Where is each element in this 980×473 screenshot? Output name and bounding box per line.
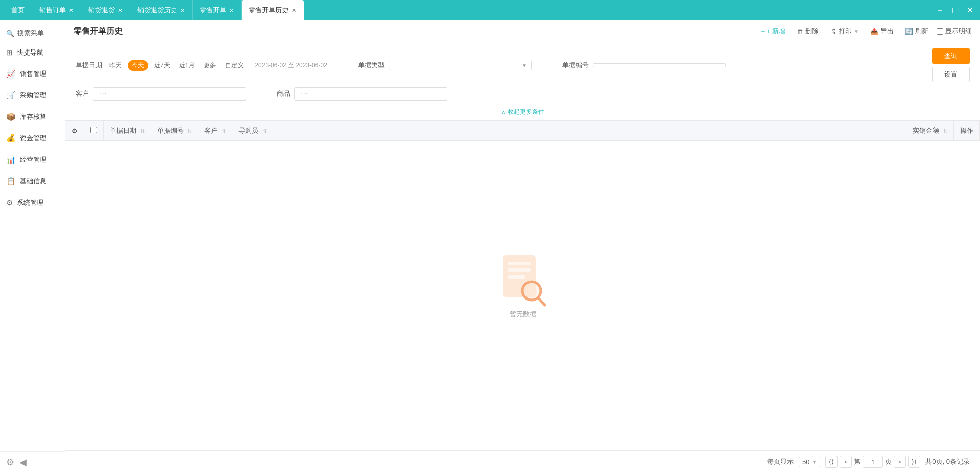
inventory-icon: 📦 xyxy=(6,112,16,121)
minimize-btn[interactable]: － xyxy=(933,4,946,16)
export-icon: 📤 xyxy=(870,28,878,35)
select-all-checkbox[interactable] xyxy=(90,127,97,133)
prev-page-btn[interactable]: ＜ xyxy=(840,456,852,468)
number-input[interactable] xyxy=(593,63,726,67)
page-size-select[interactable]: 50 ▼ xyxy=(799,457,820,467)
tab-close-retail-history[interactable]: ✕ xyxy=(292,7,296,14)
quick-nav-icon: ⊞ xyxy=(6,48,13,57)
date-options: 昨天 今天 近7天 近1月 更多 自定义 xyxy=(106,60,247,71)
pagination-bar: 每页显示 50 ▼ ⟨⟨ ＜ 第 页 ＞ ⟩⟩ 共0页, 0条记录 xyxy=(65,450,980,473)
date-option-7days[interactable]: 近7天 xyxy=(151,60,173,71)
search-icon: 🔍 xyxy=(6,30,14,37)
tab-close-retail-open[interactable]: ✕ xyxy=(229,7,234,14)
main-layout: 🔍 搜索采单 ⊞ 快捷导航 📈 销售管理 🛒 采购管理 📦 库存核算 💰 资金管… xyxy=(0,20,980,473)
filter-row-2: 客户 ··· 商品 ··· xyxy=(76,87,970,101)
last-page-btn[interactable]: ⟩⟩ xyxy=(908,456,920,468)
goods-input[interactable]: ··· xyxy=(294,87,447,101)
page-size-arrow: ▼ xyxy=(811,459,817,465)
sidebar-item-finance[interactable]: 💰 资金管理 xyxy=(0,128,65,149)
th-spacer xyxy=(273,121,906,141)
svg-rect-3 xyxy=(508,275,525,279)
sort-date-icon: ⇅ xyxy=(140,128,145,134)
tab-close-sales-return[interactable]: ✕ xyxy=(118,7,123,14)
first-page-btn[interactable]: ⟨⟨ xyxy=(825,456,838,468)
finance-icon: 💰 xyxy=(6,134,16,143)
gear-icon[interactable]: ⚙ xyxy=(6,457,14,468)
date-option-yesterday[interactable]: 昨天 xyxy=(106,60,125,71)
print-button[interactable]: 🖨 打印 ▼ xyxy=(827,24,862,38)
date-option-more[interactable]: 更多 xyxy=(201,60,219,71)
type-select[interactable]: ▼ xyxy=(389,61,532,70)
tab-retail-open[interactable]: 零售开单 ✕ xyxy=(193,0,242,20)
add-icon: ＋ xyxy=(760,27,767,36)
th-number[interactable]: 单据编号 ⇅ xyxy=(151,121,198,141)
th-settings[interactable]: ⚙ xyxy=(65,121,84,141)
sort-guide-icon: ⇅ xyxy=(262,128,267,134)
delete-button[interactable]: 🗑 删除 xyxy=(794,24,822,38)
table-header-row: ⚙ 单据日期 ⇅ 单据编号 ⇅ xyxy=(65,121,980,141)
operations-icon: 📊 xyxy=(6,155,16,164)
setting-button[interactable]: 设置 xyxy=(932,67,970,82)
sidebar: 🔍 搜索采单 ⊞ 快捷导航 📈 销售管理 🛒 采购管理 📦 库存核算 💰 资金管… xyxy=(0,20,65,473)
sidebar-item-operations[interactable]: 📊 经营管理 xyxy=(0,149,65,170)
basic-info-icon: 📋 xyxy=(6,177,16,186)
tab-sales-return-history[interactable]: 销货退货历史 ✕ xyxy=(130,0,193,20)
tab-home[interactable]: 首页 xyxy=(4,0,32,20)
date-range-display: 2023-06-02 至 2023-06-02 xyxy=(255,61,327,70)
date-option-1month[interactable]: 近1月 xyxy=(176,60,198,71)
sidebar-item-basic-info[interactable]: 📋 基础信息 xyxy=(0,170,65,192)
close-btn[interactable]: ✕ xyxy=(964,5,976,16)
date-option-custom[interactable]: 自定义 xyxy=(222,60,247,71)
sales-mgmt-icon: 📈 xyxy=(6,69,16,79)
tab-retail-history[interactable]: 零售开单历史 ✕ xyxy=(242,0,304,20)
filter-row-1: 单据日期 昨天 今天 近7天 近1月 更多 自定义 2023-06-02 至 2… xyxy=(76,48,970,82)
tab-sales-return[interactable]: 销货退货 ✕ xyxy=(81,0,130,20)
toolbar: 零售开单历史 ＋ + 新增 🗑 删除 🖨 打印 ▼ 📤 导出 xyxy=(65,20,980,42)
trash-icon: 🗑 xyxy=(797,28,803,35)
sidebar-search[interactable]: 🔍 搜索采单 xyxy=(0,24,65,42)
total-count: 共0页, 0条记录 xyxy=(925,457,970,466)
print-icon: 🖨 xyxy=(830,28,836,35)
system-mgmt-icon: ⚙ xyxy=(6,198,13,207)
add-button[interactable]: ＋ + 新增 xyxy=(757,24,788,38)
page-number-input[interactable] xyxy=(863,456,883,468)
sidebar-item-quick-nav[interactable]: ⊞ 快捷导航 xyxy=(0,42,65,63)
purchase-mgmt-icon: 🛒 xyxy=(6,91,16,100)
window-controls: － □ ✕ xyxy=(933,4,976,16)
display-detail-check[interactable] xyxy=(937,28,943,35)
export-button[interactable]: 📤 导出 xyxy=(867,24,897,38)
sidebar-item-sales-mgmt[interactable]: 📈 销售管理 xyxy=(0,63,65,85)
sidebar-item-inventory[interactable]: 📦 库存核算 xyxy=(0,106,65,128)
empty-state: 暂无数据 xyxy=(497,253,548,319)
per-page-label: 每页显示 xyxy=(767,457,794,466)
collapse-up-icon: ∧ xyxy=(501,109,506,116)
maximize-btn[interactable]: □ xyxy=(950,5,960,16)
table-wrapper: ⚙ 单据日期 ⇅ 单据编号 ⇅ xyxy=(65,121,980,473)
query-button[interactable]: 查询 xyxy=(932,48,970,64)
goods-filter: 商品 ··· xyxy=(277,87,447,101)
sidebar-item-purchase-mgmt[interactable]: 🛒 采购管理 xyxy=(0,85,65,106)
date-option-today[interactable]: 今天 xyxy=(128,60,148,71)
type-select-arrow: ▼ xyxy=(522,63,527,68)
refresh-button[interactable]: 🔄 刷新 xyxy=(902,24,931,38)
th-date[interactable]: 单据日期 ⇅ xyxy=(104,121,151,141)
display-detail-checkbox[interactable]: 显示明细 xyxy=(937,27,972,36)
empty-text: 暂无数据 xyxy=(510,310,536,319)
sort-amount-icon: ⇅ xyxy=(943,128,947,134)
tab-close-sales-order[interactable]: ✕ xyxy=(69,7,74,14)
th-guide[interactable]: 导购员 ⇅ xyxy=(232,121,273,141)
svg-line-5 xyxy=(538,297,545,305)
sidebar-item-system-mgmt[interactable]: ⚙ 系统管理 xyxy=(0,192,65,213)
th-amount[interactable]: 实销金额 ⇅ xyxy=(906,121,954,141)
sort-number-icon: ⇅ xyxy=(187,128,192,134)
tab-close-sales-return-history[interactable]: ✕ xyxy=(180,7,185,14)
next-page-btn[interactable]: ＞ xyxy=(894,456,906,468)
th-check[interactable] xyxy=(84,121,104,141)
svg-rect-1 xyxy=(508,262,531,265)
customer-input[interactable]: ··· xyxy=(93,87,246,101)
refresh-icon: 🔄 xyxy=(905,28,913,35)
tab-sales-order[interactable]: 销售订单 ✕ xyxy=(32,0,81,20)
th-customer[interactable]: 客户 ⇅ xyxy=(198,121,232,141)
collapse-bar[interactable]: ∧ 收起更多条件 xyxy=(76,106,970,116)
collapse-sidebar-icon[interactable]: ◀ xyxy=(19,457,27,468)
